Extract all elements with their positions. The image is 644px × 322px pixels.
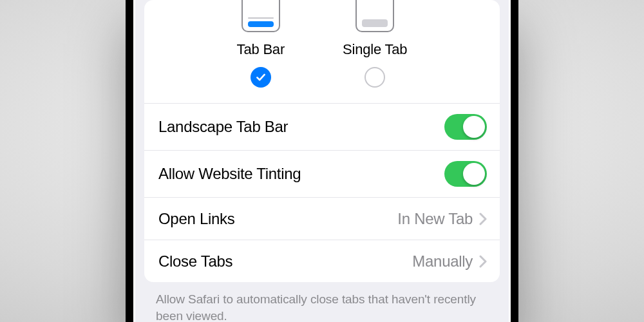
settings-screen: Tab Bar Single Tab Landscape Tab Bar All… (133, 0, 511, 322)
row-landscape-tab-bar: Landscape Tab Bar (144, 103, 500, 150)
row-label: Allow Website Tinting (158, 165, 301, 183)
radio-selected-icon (251, 67, 271, 88)
row-value: In New Tab (397, 210, 473, 228)
row-open-links[interactable]: Open Links In New Tab (144, 197, 500, 240)
row-close-tabs[interactable]: Close Tabs Manually (144, 240, 500, 282)
phone-frame: Tab Bar Single Tab Landscape Tab Bar All… (126, 0, 518, 322)
switch-allow-website-tinting[interactable] (444, 161, 487, 187)
tabs-settings-card: Tab Bar Single Tab Landscape Tab Bar All… (144, 0, 500, 282)
chevron-right-icon (479, 255, 487, 268)
tabbar-preview-icon (242, 0, 280, 32)
tab-style-label: Tab Bar (237, 41, 285, 58)
switch-landscape-tab-bar[interactable] (444, 114, 487, 140)
row-value: Manually (412, 252, 473, 270)
tab-style-option-tabbar[interactable]: Tab Bar (237, 0, 285, 88)
tab-style-option-single[interactable]: Single Tab (343, 0, 407, 88)
section-footer-text: Allow Safari to automatically close tabs… (139, 282, 505, 322)
row-allow-website-tinting: Allow Website Tinting (144, 150, 500, 197)
chevron-right-icon (479, 213, 487, 225)
row-label: Open Links (158, 210, 234, 228)
radio-unselected-icon (365, 67, 385, 88)
row-label: Close Tabs (158, 252, 232, 270)
tab-style-label: Single Tab (343, 41, 407, 58)
tab-style-picker: Tab Bar Single Tab (144, 0, 500, 103)
singletab-preview-icon (355, 0, 394, 32)
row-label: Landscape Tab Bar (158, 118, 288, 136)
